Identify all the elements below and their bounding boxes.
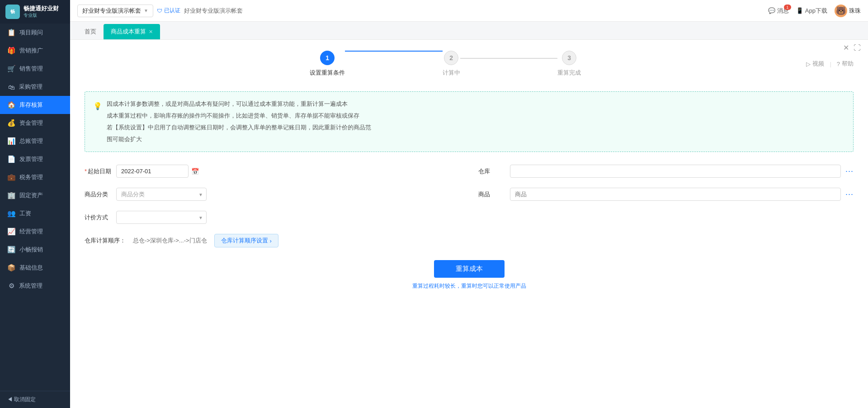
sidebar-item-expense[interactable]: 🔄 小畅报销 — [0, 241, 70, 259]
account-name: 好业财专业版演示帐套 — [82, 7, 141, 15]
price-method-field: 计价方式 ▼ — [85, 211, 460, 224]
messages-button[interactable]: 💬 消息 1 — [768, 7, 789, 15]
sidebar-item-ledger[interactable]: 📊 总账管理 — [0, 132, 70, 150]
sidebar-header: 畅 畅捷通好业财 专业版 — [0, 0, 70, 24]
price-method-select[interactable] — [116, 211, 207, 224]
account-selector[interactable]: 好业财专业版演示帐套 ▼ — [77, 5, 153, 17]
sidebar-label-payroll: 工资 — [19, 209, 31, 218]
sidebar-item-invoice[interactable]: 📄 发票管理 — [0, 150, 70, 168]
sidebar-item-basic[interactable]: 📦 基础信息 — [0, 259, 70, 277]
calc-order-chevron-icon: › — [270, 237, 272, 244]
recalc-button[interactable]: 重算成本 — [434, 260, 505, 278]
app-logo: 畅 — [5, 5, 20, 19]
sidebar-icon-project: 📋 — [7, 28, 16, 37]
sidebar-item-ops[interactable]: 📈 经营管理 — [0, 223, 70, 241]
sidebar-item-sales[interactable]: 🛒 销售管理 — [0, 60, 70, 78]
step-2: 2 计算中 — [443, 51, 460, 77]
sidebar-label-assets: 固定资产 — [19, 191, 43, 199]
sidebar-unpin[interactable]: ◀ 取消固定 — [0, 391, 70, 408]
calendar-icon[interactable]: 📅 — [191, 168, 199, 175]
step-1-circle: 1 — [320, 51, 335, 65]
goods-input[interactable] — [510, 188, 841, 201]
step-connector-2 — [460, 58, 558, 59]
sidebar-item-payroll[interactable]: 👥 工资 — [0, 204, 70, 223]
sidebar-item-finance[interactable]: 💰 资金管理 — [0, 114, 70, 132]
close-window-icon[interactable]: ✕ — [843, 43, 849, 52]
help-label: 帮助 — [842, 60, 854, 68]
category-select[interactable]: 商品分类 — [116, 188, 207, 201]
tabbar: 首页 商品成本重算 ✕ — [70, 22, 868, 40]
calc-order-row: 仓库计算顺序： 总仓->深圳仓库->...->门店仓 仓库计算顺序设置 › — [85, 234, 854, 247]
required-star: * — [85, 168, 87, 175]
sidebar-label-expense: 小畅报销 — [19, 246, 43, 254]
app-download-button[interactable]: 📱 App下载 — [796, 7, 827, 15]
avatar: 🐻 — [835, 5, 847, 17]
sidebar-item-project[interactable]: 📋 项目顾问 — [0, 24, 70, 42]
sidebar-icon-marketing: 🎁 — [7, 47, 16, 55]
warehouse-label: 仓库 — [478, 167, 505, 176]
start-date-label: *起始日期 — [85, 167, 112, 176]
tab-home[interactable]: 首页 — [77, 24, 104, 39]
sidebar-item-purchase[interactable]: 🛍 采购管理 — [0, 78, 70, 96]
sidebar-item-assets[interactable]: 🏢 固定资产 — [0, 186, 70, 204]
topbar: 好业财专业版演示帐套 ▼ 🛡 已认证 好业财专业版演示帐套 💬 消息 1 📱 A… — [70, 0, 868, 22]
expand-window-icon[interactable]: ⛶ — [854, 44, 861, 52]
sidebar-item-marketing[interactable]: 🎁 营销推广 — [0, 42, 70, 60]
goods-more-icon[interactable]: ··· — [845, 190, 854, 199]
sidebar-item-system[interactable]: ⚙ 系统管理 — [0, 277, 70, 295]
start-date-field: *起始日期 📅 — [85, 165, 460, 178]
sidebar-icon-inventory: 🏠 — [7, 101, 16, 109]
tab-recalc[interactable]: 商品成本重算 ✕ — [104, 24, 160, 39]
message-icon: 💬 — [768, 7, 775, 14]
sidebar-icon-payroll: 👥 — [7, 209, 16, 218]
btn-center: 重算成本 重算过程耗时较长，重算时您可以正常使用产品 — [85, 260, 854, 290]
calc-order-btn-label: 仓库计算顺序设置 — [221, 237, 268, 245]
goods-label: 商品 — [478, 190, 505, 199]
account-chevron-icon: ▼ — [144, 8, 148, 13]
start-date-input[interactable] — [116, 165, 189, 178]
calc-order-label: 仓库计算顺序： — [85, 237, 126, 245]
sidebar-icon-finance: 💰 — [7, 119, 16, 127]
sidebar-label-inventory: 库存核算 — [19, 101, 43, 109]
user-menu[interactable]: 🐻 珠珠 — [835, 5, 861, 17]
warehouse-input[interactable] — [510, 165, 841, 178]
steps-container: 1 设置重算条件 2 计算中 — [85, 51, 806, 77]
tab-close-icon[interactable]: ✕ — [149, 29, 153, 35]
sidebar-icon-system: ⚙ — [7, 282, 15, 290]
price-method-select-wrapper: ▼ — [116, 211, 207, 224]
step-3-number: 3 — [567, 54, 571, 62]
sidebar-icon-sales: 🛒 — [7, 65, 16, 73]
question-icon: ? — [837, 61, 840, 67]
sidebar-label-basic: 基础信息 — [19, 264, 43, 272]
company-name: 好业财专业版演示帐套 — [184, 7, 243, 15]
step-1: 1 设置重算条件 — [310, 51, 345, 77]
calc-order-settings-button[interactable]: 仓库计算顺序设置 › — [214, 234, 278, 247]
info-line4: 围可能会扩大 — [107, 133, 371, 145]
sidebar-label-ledger: 总账管理 — [19, 137, 43, 145]
content-header: 1 设置重算条件 2 计算中 — [85, 51, 854, 77]
category-label: 商品分类 — [85, 190, 112, 199]
help-link[interactable]: ? 帮助 — [837, 60, 854, 68]
video-link[interactable]: ▷ 视频 — [806, 60, 824, 68]
info-text: 因成本计算参数调整，或是对商品成本有疑问时，可以通过成本重算功能，重新计算一遍成… — [107, 98, 371, 145]
step-connector-1 — [345, 51, 443, 52]
content-actions: ▷ 视频 | ? 帮助 — [806, 60, 854, 68]
warehouse-more-icon[interactable]: ··· — [845, 166, 854, 176]
window-controls: ✕ ⛶ — [843, 43, 861, 52]
form: *起始日期 📅 仓库 ··· 商品分类 — [85, 165, 854, 290]
app-download-label: App下载 — [805, 7, 827, 15]
info-line2: 成本重算过程中，影响库存账的操作均不能操作，比如进货单、销货单、库存单据不能审核… — [107, 110, 371, 122]
sidebar-icon-ops: 📈 — [7, 228, 16, 236]
shield-icon: 🛡 — [157, 8, 162, 14]
divider: | — [830, 61, 831, 67]
username-label: 珠珠 — [849, 7, 861, 15]
date-wrapper: 📅 — [116, 165, 199, 178]
info-box: 💡 因成本计算参数调整，或是对商品成本有疑问时，可以通过成本重算功能，重新计算一… — [85, 91, 854, 152]
sidebar-item-tax[interactable]: 💼 税务管理 — [0, 168, 70, 186]
sidebar-icon-basic: 📦 — [7, 264, 16, 272]
form-row-3: 计价方式 ▼ — [85, 211, 854, 224]
video-label: 视频 — [812, 60, 824, 68]
form-row-1: *起始日期 📅 仓库 ··· — [85, 165, 854, 178]
step-3-label: 重算完成 — [557, 69, 581, 77]
sidebar-item-inventory[interactable]: 🏠 库存核算 — [0, 96, 70, 114]
